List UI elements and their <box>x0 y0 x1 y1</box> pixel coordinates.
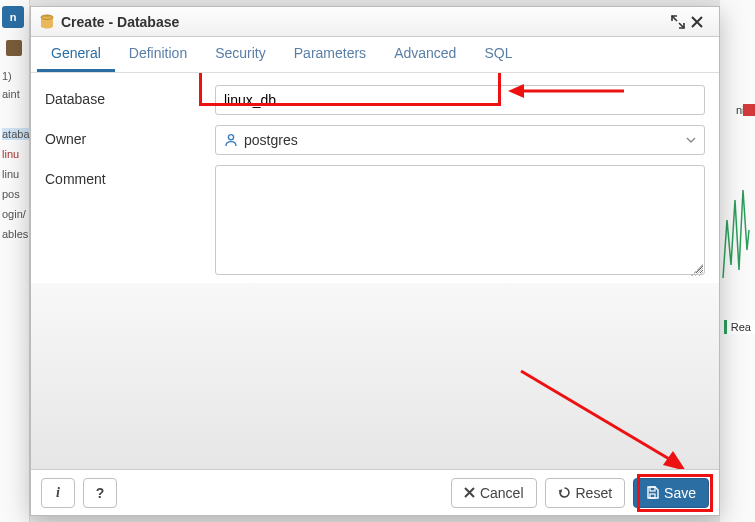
comment-textarea[interactable] <box>215 165 705 275</box>
tree-item: aint <box>2 88 20 100</box>
row-owner: Owner postgres <box>45 125 705 155</box>
label-comment: Comment <box>45 165 215 187</box>
tab-label: Advanced <box>394 45 456 61</box>
tab-label: Security <box>215 45 266 61</box>
dialog-title: Create - Database <box>61 14 671 30</box>
tab-label: Parameters <box>294 45 366 61</box>
tab-label: Definition <box>129 45 187 61</box>
info-button[interactable]: i <box>41 478 75 508</box>
help-icon: ? <box>96 485 105 501</box>
row-database: Database <box>45 85 705 115</box>
cancel-label: Cancel <box>480 485 524 501</box>
browser-tree-fragment: n 1) aint ataba linu linu pos ogin/ able… <box>0 0 30 522</box>
reset-button[interactable]: Reset <box>545 478 626 508</box>
info-icon: i <box>56 485 60 501</box>
reset-label: Reset <box>576 485 613 501</box>
label-owner: Owner <box>45 125 215 147</box>
tree-item: linu <box>2 168 19 180</box>
label-database: Database <box>45 85 215 107</box>
chart-line-fragment <box>721 180 751 280</box>
tree-item: ogin/ <box>2 208 26 220</box>
tree-item: ables <box>2 228 28 240</box>
svg-marker-6 <box>663 451 686 471</box>
reset-icon <box>558 486 571 499</box>
tree-item: ataba <box>2 128 31 140</box>
tab-sql[interactable]: SQL <box>470 37 526 72</box>
cancel-button[interactable]: Cancel <box>451 478 537 508</box>
database-input[interactable] <box>215 85 705 115</box>
tab-label: General <box>51 45 101 61</box>
annotation-arrow-save <box>511 363 701 483</box>
tab-parameters[interactable]: Parameters <box>280 37 380 72</box>
database-icon <box>39 14 55 30</box>
expand-icon[interactable] <box>671 15 691 29</box>
chart-bar-fragment <box>743 104 755 116</box>
owner-value: postgres <box>244 132 298 148</box>
dialog-footer: i ? Cancel Reset Save <box>31 469 719 515</box>
tree-item: linu <box>2 148 19 160</box>
tab-label: SQL <box>484 45 512 61</box>
app-logo-fragment: n <box>2 6 24 28</box>
tree-item: pos <box>2 188 20 200</box>
tree-db-icon <box>6 40 22 56</box>
tab-advanced[interactable]: Advanced <box>380 37 470 72</box>
tree-item: 1) <box>2 70 12 82</box>
tab-definition[interactable]: Definition <box>115 37 201 72</box>
row-comment: Comment <box>45 165 705 278</box>
save-icon <box>646 486 659 499</box>
legend-fragment: Rea <box>724 320 755 334</box>
chevron-down-icon <box>686 135 696 145</box>
svg-point-2 <box>228 135 233 140</box>
dialog-titlebar[interactable]: Create - Database <box>31 7 719 37</box>
tab-general[interactable]: General <box>37 37 115 72</box>
owner-select[interactable]: postgres <box>215 125 705 155</box>
close-icon <box>464 487 475 498</box>
form-empty-area <box>31 283 719 469</box>
dialog-tabs: General Definition Security Parameters A… <box>31 37 719 73</box>
help-button[interactable]: ? <box>83 478 117 508</box>
save-label: Save <box>664 485 696 501</box>
close-icon[interactable] <box>691 16 711 28</box>
user-icon <box>224 133 238 147</box>
create-database-dialog: Create - Database General Definition Sec… <box>30 6 720 516</box>
save-button[interactable]: Save <box>633 478 709 508</box>
tab-security[interactable]: Security <box>201 37 280 72</box>
svg-line-5 <box>521 371 676 463</box>
form-panel: Database Owner postgres Comment <box>31 73 719 283</box>
dashboard-fragment: nits Rea <box>720 0 755 522</box>
